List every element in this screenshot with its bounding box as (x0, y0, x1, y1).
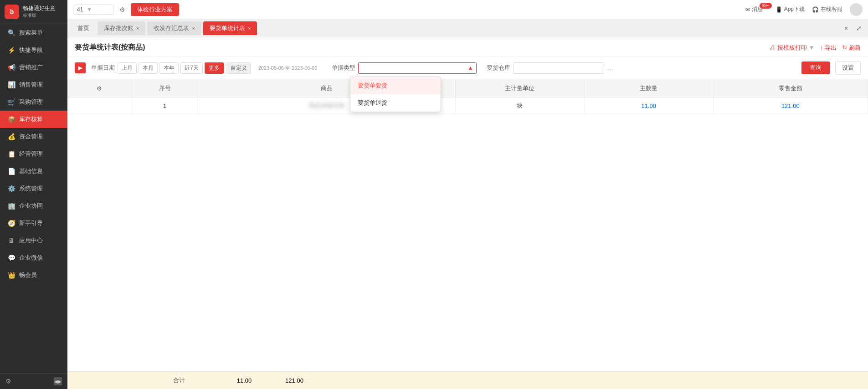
settings-footer-icon[interactable]: ⚙ (5, 378, 11, 385)
user-avatar[interactable] (850, 3, 863, 16)
main-area: 41 ▼ ⚙ 体验行业方案 ✉ 消息 99+ 📱 App下载 🎧 在线客服 (67, 0, 868, 389)
marketing-icon: 📢 (7, 64, 15, 71)
table-settings-icon[interactable]: ⚙ (97, 85, 102, 92)
sidebar-item-finance[interactable]: 💰 资金管理 (0, 128, 67, 145)
tab-batch-close[interactable]: × (136, 26, 139, 31)
sidebar-item-basics[interactable]: 📄 基础信息 (0, 163, 67, 180)
online-service-label: 在线客服 (821, 5, 842, 13)
service-icon: 🎧 (812, 6, 819, 13)
filter-bar: ▶ 单据日期 上月 本月 本年 近7天 更多 自定义 2023-05-06 至 … (67, 56, 868, 80)
sidebar-item-operations[interactable]: 📋 经营管理 (0, 145, 67, 163)
date-range-display: 2023-05-06 至 2023-06-06 (258, 65, 318, 72)
purchase-icon: 🛒 (7, 98, 15, 106)
sidebar-footer: ⚙ ◀▶ (0, 373, 67, 389)
sidebar-item-quick-nav[interactable]: ⚡ 快捷导航 (0, 41, 67, 59)
collapse-sidebar-button[interactable]: ◀▶ (54, 377, 62, 385)
topbar-settings-icon[interactable]: ⚙ (119, 6, 125, 13)
operations-icon: 📋 (7, 150, 15, 158)
search-icon: 🔍 (7, 29, 15, 36)
sales-icon: 📊 (7, 81, 15, 88)
sidebar-item-wechat[interactable]: 💬 企业微信 (0, 249, 67, 266)
type-filter-input[interactable] (358, 62, 477, 74)
close-all-tabs-button[interactable]: × (841, 23, 852, 34)
app-download-button[interactable]: 📱 App下载 (776, 5, 805, 13)
dropdown-item-return[interactable]: 要货单退货 (350, 94, 441, 112)
tab-receipts[interactable]: 收发存汇总表 × (147, 21, 201, 35)
sidebar: b 畅捷通好生意 标准版 🔍 搜索菜单 ⚡ 快捷导航 📢 营销推广 📊 销售管理… (0, 0, 67, 389)
filter-expand-button[interactable]: ▶ (75, 62, 86, 73)
export-icon: ↑ (820, 44, 823, 51)
sidebar-logo: b 畅捷通好生意 标准版 (0, 0, 67, 24)
col-unit: 主计量单位 (455, 80, 584, 97)
tab-receipts-close[interactable]: × (192, 26, 195, 31)
tab-orders[interactable]: 要货单统计表 × (203, 21, 257, 35)
topbar: 41 ▼ ⚙ 体验行业方案 ✉ 消息 99+ 📱 App下载 🎧 在线客服 (67, 0, 868, 19)
export-button[interactable]: ↑ 导出 (820, 44, 837, 52)
footer-amount-value: 121.00 (285, 377, 303, 384)
sidebar-item-apps[interactable]: 🖥 应用中心 (0, 232, 67, 249)
date-btn-more[interactable]: 更多 (205, 62, 224, 74)
sidebar-item-marketing[interactable]: 📢 营销推广 (0, 59, 67, 76)
row-quantity[interactable]: 11.00 (584, 97, 713, 114)
tab-receipts-label: 收发存汇总表 (154, 24, 189, 32)
warehouse-filter-input[interactable] (513, 62, 604, 74)
online-service-button[interactable]: 🎧 在线客服 (812, 5, 842, 13)
refresh-button[interactable]: ↻ 刷新 (842, 44, 861, 52)
maximize-tab-button[interactable]: ⤢ (853, 23, 864, 34)
date-custom-button[interactable]: 自定义 (226, 62, 251, 74)
tabs-bar-right: × ⤢ (841, 23, 864, 34)
app-download-label: App下载 (784, 5, 805, 13)
sidebar-item-inventory[interactable]: 📦 库存核算 (0, 111, 67, 128)
tab-home[interactable]: 首页 (71, 21, 96, 35)
sidebar-item-vip[interactable]: 👑 畅会员 (0, 266, 67, 284)
tab-batch[interactable]: 库存批次账 × (98, 21, 145, 35)
footer-amount: 121.00 (267, 377, 322, 384)
trial-button[interactable]: 体验行业方案 (131, 3, 179, 16)
query-button[interactable]: 查询 (801, 61, 830, 74)
sidebar-item-sales-label: 销售管理 (19, 81, 43, 89)
sidebar-item-enterprise[interactable]: 🏢 企业协同 (0, 197, 67, 215)
type-filter-group: 单据类型 ▲ (332, 62, 477, 74)
enterprise-icon: 🏢 (7, 202, 15, 210)
basics-icon: 📄 (7, 168, 15, 175)
tab-home-label: 首页 (77, 24, 89, 32)
warehouse-filter-group: 要货仓库 … (487, 62, 613, 74)
type-filter-chevron-icon[interactable]: ▲ (467, 65, 473, 71)
messages-button[interactable]: ✉ 消息 99+ (745, 5, 768, 13)
quick-nav-icon: ⚡ (7, 46, 15, 54)
sidebar-item-system[interactable]: ⚙️ 系统管理 (0, 180, 67, 197)
page-title: 要货单统计表(按商品) (75, 43, 145, 52)
sidebar-item-basics-label: 基础信息 (19, 167, 43, 175)
sidebar-item-enterprise-label: 企业协同 (19, 202, 43, 210)
date-btn-this-month[interactable]: 本月 (139, 62, 158, 74)
col-settings[interactable]: ⚙ (67, 80, 132, 97)
refresh-icon: ↻ (842, 44, 847, 51)
sidebar-item-search[interactable]: 🔍 搜索菜单 (0, 24, 67, 41)
row-amount[interactable]: 121.00 (713, 97, 868, 114)
tab-orders-close[interactable]: × (248, 26, 251, 31)
date-btn-this-year[interactable]: 本年 (159, 62, 179, 74)
warehouse-more-icon[interactable]: … (607, 64, 613, 72)
sidebar-item-search-label: 搜索菜单 (19, 29, 43, 37)
store-name: 41 (77, 6, 83, 13)
tab-batch-label: 库存批次账 (104, 24, 134, 32)
date-btn-last-month[interactable]: 上月 (118, 62, 137, 74)
sidebar-item-purchase[interactable]: 🛒 采购管理 (0, 93, 67, 111)
date-range-text: 2023-05-06 至 2023-06-06 (258, 65, 318, 72)
dropdown-item-order[interactable]: 要货单要货 (350, 77, 441, 94)
message-icon: ✉ (745, 6, 750, 13)
guide-icon: 🧭 (7, 220, 15, 227)
phone-icon: 📱 (776, 6, 782, 13)
type-dropdown: 要货单要货 要货单退货 (350, 77, 441, 112)
row-settings-cell (67, 97, 132, 114)
print-button[interactable]: 🖨 按模板打印 ▼ (770, 44, 815, 52)
sidebar-item-marketing-label: 营销推广 (19, 63, 43, 72)
date-btn-last-7days[interactable]: 近7天 (180, 62, 203, 74)
row-unit: 块 (455, 97, 584, 114)
apps-icon: 🖥 (7, 237, 15, 244)
sidebar-item-guide[interactable]: 🧭 新手引导 (0, 215, 67, 232)
sidebar-item-sales[interactable]: 📊 销售管理 (0, 76, 67, 93)
finance-icon: 💰 (7, 133, 15, 140)
store-selector[interactable]: 41 ▼ (73, 5, 114, 15)
filter-settings-button[interactable]: 设置 (835, 61, 861, 75)
